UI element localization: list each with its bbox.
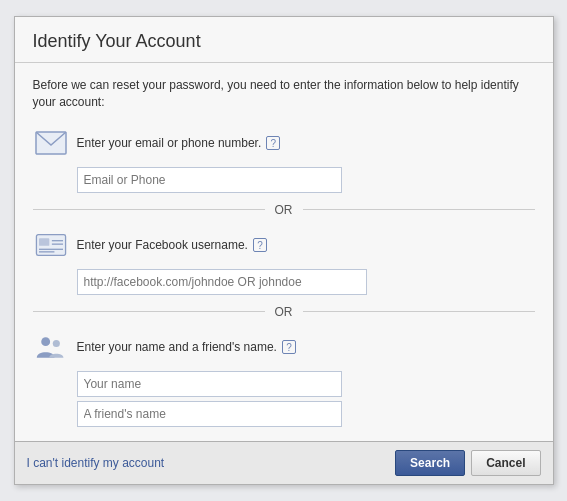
email-help-icon[interactable]: ? <box>266 136 280 150</box>
name-section-label: Enter your name and a friend's name. <box>77 340 277 354</box>
or-divider-1: OR <box>33 203 535 217</box>
footer-buttons: Search Cancel <box>395 450 540 476</box>
search-button[interactable]: Search <box>395 450 465 476</box>
username-section: Enter your Facebook username. ? <box>33 227 535 295</box>
dialog-title: Identify Your Account <box>33 31 535 52</box>
username-section-label: Enter your Facebook username. <box>77 238 248 252</box>
name-inputs-container <box>77 371 535 427</box>
username-input[interactable] <box>77 269 367 295</box>
or-line-left-2 <box>33 311 265 312</box>
id-card-icon <box>33 227 69 263</box>
dialog-header: Identify Your Account <box>15 17 553 63</box>
name-help-icon[interactable]: ? <box>282 340 296 354</box>
description-text: Before we can reset your password, you n… <box>33 77 535 111</box>
cant-identify-link[interactable]: I can't identify my account <box>27 456 165 470</box>
svg-point-8 <box>52 340 59 347</box>
identify-account-dialog: Identify Your Account Before we can rese… <box>14 16 554 485</box>
your-name-input[interactable] <box>77 371 342 397</box>
name-section: Enter your name and a friend's name. ? <box>33 329 535 427</box>
email-phone-input[interactable] <box>77 167 342 193</box>
svg-point-7 <box>41 337 50 346</box>
or-line-left <box>33 209 265 210</box>
or-divider-2: OR <box>33 305 535 319</box>
cancel-button[interactable]: Cancel <box>471 450 540 476</box>
username-help-icon[interactable]: ? <box>253 238 267 252</box>
dialog-footer: I can't identify my account Search Cance… <box>15 441 553 484</box>
or-line-right <box>303 209 535 210</box>
or-line-right-2 <box>303 311 535 312</box>
name-section-header: Enter your name and a friend's name. ? <box>33 329 535 365</box>
dialog-body: Before we can reset your password, you n… <box>15 63 553 441</box>
username-section-header: Enter your Facebook username. ? <box>33 227 535 263</box>
email-section: Enter your email or phone number. ? <box>33 125 535 193</box>
email-section-label: Enter your email or phone number. <box>77 136 262 150</box>
mail-icon <box>33 125 69 161</box>
or-label-2: OR <box>265 305 303 319</box>
friend-name-input[interactable] <box>77 401 342 427</box>
email-section-header: Enter your email or phone number. ? <box>33 125 535 161</box>
people-icon <box>33 329 69 365</box>
svg-rect-2 <box>39 238 49 246</box>
or-label-1: OR <box>265 203 303 217</box>
